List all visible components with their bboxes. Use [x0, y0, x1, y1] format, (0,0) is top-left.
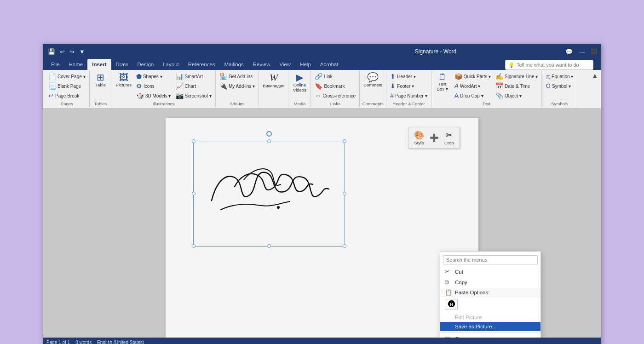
ribbon-collapse-btn[interactable]: ▲ — [591, 71, 599, 80]
icons-icon: ⚙ — [136, 82, 142, 90]
quick-parts-icon: 📦 — [454, 73, 462, 80]
drop-cap-icon: A — [454, 92, 459, 99]
cover-page-btn[interactable]: 📄 Cover Page ▾ — [46, 72, 87, 81]
maximize-icon[interactable]: ⬛ — [591, 48, 597, 55]
date-time-btn[interactable]: 📅 Date & Time — [494, 81, 540, 91]
smartart-btn[interactable]: 📊 SmartArt — [174, 72, 213, 81]
page-break-label: Page Break — [55, 93, 79, 98]
bookmark-label: Bookmark — [324, 84, 345, 89]
header-btn[interactable]: ⬆ Header ▾ — [388, 72, 429, 81]
cm-copy[interactable]: ⧉ Copy — [440, 277, 540, 288]
cm-group[interactable]: ▣ Group › — [440, 333, 540, 338]
quick-parts-btn[interactable]: 📦 Quick Parts ▾ — [453, 72, 493, 81]
equation-btn[interactable]: π Equation ▾ — [544, 72, 575, 81]
comments-group-label: Comments — [362, 100, 384, 106]
text-box-icon: 🗒 — [438, 73, 447, 81]
customize-icon[interactable]: ▼ — [78, 47, 86, 56]
ribbon-group-text: 🗒 TextBox ▾ 📦 Quick Parts ▾ A WordArt ▾ … — [431, 71, 542, 107]
handle-middle-left[interactable] — [192, 192, 196, 195]
tab-design[interactable]: Design — [132, 59, 158, 70]
link-btn[interactable]: 🔗 Link — [313, 72, 357, 81]
save-icon[interactable]: 💾 — [46, 47, 57, 56]
wordart-btn[interactable]: A WordArt ▾ — [453, 81, 493, 91]
tab-insert[interactable]: Insert — [87, 59, 111, 70]
shapes-col: ⬟ Shapes ▾ ⚙ Icons 🎲 3D Models ▾ — [134, 72, 173, 100]
handle-top-middle[interactable] — [267, 139, 271, 143]
cm-group-label: Group — [455, 336, 531, 338]
cm-save-as-picture[interactable]: Save as Picture... — [440, 322, 540, 331]
style-label: Style — [414, 140, 424, 145]
text-box-btn[interactable]: 🗒 TextBox ▾ — [433, 72, 452, 92]
page-number-btn[interactable]: # Page Number ▾ — [388, 91, 429, 100]
table-btn[interactable]: ⊞ Table — [92, 72, 110, 88]
ribbon-group-pages: 📄 Cover Page ▾ 📃 Blank Page ↵ Page Break… — [45, 71, 90, 107]
cm-cut[interactable]: ✂ Cut — [440, 266, 540, 277]
tab-draw[interactable]: Draw — [111, 59, 133, 70]
symbol-btn[interactable]: Ω Symbol ▾ — [544, 81, 575, 91]
tab-review[interactable]: Review — [248, 59, 275, 70]
handle-bottom-middle[interactable] — [267, 244, 271, 248]
crop-btn[interactable]: ✂ Crop — [443, 129, 456, 146]
blank-page-btn[interactable]: 📃 Blank Page — [46, 81, 87, 91]
get-addins-btn[interactable]: 🏪 Get Add-ins — [218, 72, 257, 81]
rotate-handle[interactable] — [266, 131, 272, 137]
symbol-icon: Ω — [546, 82, 550, 90]
wikipedia-btn[interactable]: W Википедия — [261, 72, 286, 89]
date-time-label: Date & Time — [505, 84, 530, 89]
tab-acrobat[interactable]: Acrobat — [316, 59, 343, 70]
shapes-label: Shapes ▾ — [143, 74, 162, 79]
shapes-btn[interactable]: ⬟ Shapes ▾ — [134, 72, 173, 81]
links-col: 🔗 Link 🔖 Bookmark ↔ Cross-reference — [313, 72, 357, 100]
my-addins-btn[interactable]: 🔌 My Add-ins ▾ — [218, 81, 257, 91]
tab-home[interactable]: Home — [64, 59, 88, 70]
minimize-icon[interactable]: — — [579, 48, 585, 55]
undo-icon[interactable]: ↩ — [58, 47, 66, 56]
tab-references[interactable]: References — [184, 59, 220, 70]
redo-icon[interactable]: ↪ — [68, 47, 76, 56]
pictures-btn[interactable]: 🖼 Pictures — [114, 72, 133, 88]
cover-page-label: Cover Page ▾ — [58, 74, 86, 79]
links-group-label: Links — [330, 100, 340, 106]
bookmark-btn[interactable]: 🔖 Bookmark — [313, 81, 357, 91]
cm-paste-row: 📋 Paste Options: — [440, 288, 540, 297]
chart-btn[interactable]: 📈 Chart — [174, 81, 213, 91]
handle-middle-right[interactable] — [343, 192, 346, 195]
drop-cap-btn[interactable]: A Drop Cap ▾ — [453, 91, 493, 100]
online-videos-btn[interactable]: ▶ OnlineVideos — [290, 72, 309, 93]
footer-btn[interactable]: ⬇ Footer ▾ — [388, 81, 429, 91]
cross-ref-icon: ↔ — [315, 92, 321, 99]
paste-option-a[interactable]: 🅐 — [446, 299, 458, 310]
chat-icon[interactable]: 💬 — [565, 48, 573, 55]
tab-help[interactable]: Help — [295, 59, 316, 70]
title-bar-controls: 💬 — ⬛ — [565, 48, 597, 55]
blank-page-label: Blank Page — [58, 84, 81, 89]
object-btn[interactable]: 📎 Object ▾ — [494, 91, 540, 100]
screenshot-btn[interactable]: 📷 Screenshot ▾ — [174, 91, 213, 100]
handle-top-left[interactable] — [192, 139, 196, 143]
tell-me-input[interactable] — [517, 62, 590, 68]
icons-btn[interactable]: ⚙ Icons — [134, 81, 173, 91]
tell-me-box[interactable]: 💡 — [505, 60, 593, 70]
3dmodels-btn[interactable]: 🎲 3D Models ▾ — [134, 91, 173, 100]
pages-col: 📄 Cover Page ▾ 📃 Blank Page ↵ Page Break — [46, 72, 87, 100]
tab-view[interactable]: View — [275, 59, 295, 70]
object-label: Object ▾ — [505, 93, 522, 98]
text-group-label: Text — [483, 100, 490, 106]
context-menu-search[interactable] — [443, 255, 538, 264]
text-col2: ✍ Signature Line ▾ 📅 Date & Time 📎 Objec… — [494, 72, 540, 100]
signature-line-btn[interactable]: ✍ Signature Line ▾ — [494, 72, 540, 81]
header-label: Header ▾ — [397, 74, 416, 79]
tab-file[interactable]: File — [46, 59, 64, 70]
paste-options-label: Paste Options: — [455, 290, 489, 295]
page-break-btn[interactable]: ↵ Page Break — [46, 91, 87, 100]
style-btn[interactable]: 🎨 Style — [412, 129, 426, 146]
pictures-label: Pictures — [116, 82, 132, 87]
handle-top-right[interactable] — [343, 139, 346, 143]
tab-layout[interactable]: Layout — [158, 59, 184, 70]
handle-bottom-left[interactable] — [192, 244, 196, 248]
tab-mailings[interactable]: Mailings — [220, 59, 248, 70]
comment-btn[interactable]: 💬 Comment — [362, 72, 384, 88]
footer-icon: ⬇ — [390, 82, 396, 90]
handle-bottom-right[interactable] — [343, 244, 346, 248]
cross-ref-btn[interactable]: ↔ Cross-reference — [313, 91, 357, 100]
